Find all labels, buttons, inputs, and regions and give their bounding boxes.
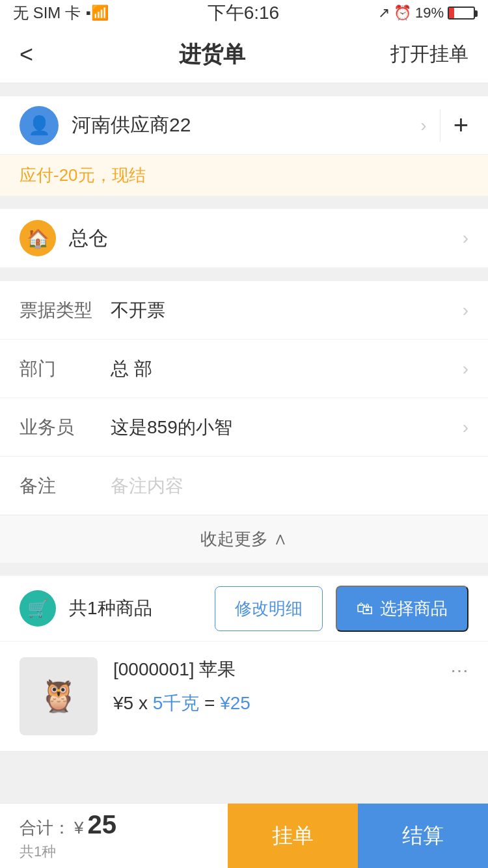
product-title: 苹果 [199,659,236,679]
select-product-button[interactable]: 🛍 选择商品 [336,586,468,632]
more-button[interactable]: ⋯ [450,657,468,735]
section-gap-4 [0,563,488,576]
supplier-chevron-icon: › [420,115,426,136]
alarm-icon: ⏰ [394,5,411,21]
unit-price: ¥5 x [113,693,153,713]
product-name: [0000001] 苹果 [113,657,435,682]
status-bar: 无 SIM 卡 ▪📶 下午6:16 ↗ ⏰ 19% [0,0,488,26]
product-code: [0000001] [113,659,199,679]
bottom-bar: 合计： ¥ 25 共1种 挂单 结算 [0,803,488,868]
total-amount: 25 [87,810,116,839]
supplier-name: 河南供应商22 [72,112,420,139]
open-hang-button[interactable]: 打开挂单 [390,41,468,68]
avatar-icon: 👤 [28,115,51,136]
add-supplier-button[interactable]: + [454,111,468,140]
product-price: ¥5 x 5千克 = ¥25 [113,691,435,716]
edit-detail-button[interactable]: 修改明细 [215,586,323,631]
divider [440,109,441,142]
salesperson-chevron-icon: › [463,417,468,438]
select-product-label: 选择商品 [380,597,448,620]
nav-bar: < 进货单 打开挂单 [0,26,488,83]
product-thumbnail: 🦉 [20,657,98,735]
checkout-button[interactable]: 结算 [358,804,488,869]
summary-total: 合计： ¥ 25 [20,810,208,839]
product-header: 🛒 共1种商品 修改明细 🛍 选择商品 [0,576,488,641]
remarks-row[interactable]: 备注 备注内容 [0,456,488,515]
equals-sign: = [199,693,220,713]
warehouse-chevron-icon: › [463,228,468,249]
product-count: 共1种商品 [69,596,202,621]
warehouse-icon: 🏠 [20,220,56,256]
product-placeholder-icon: 🦉 [39,678,78,714]
total-value: ¥25 [220,693,251,713]
invoice-value: 不开票 [98,298,463,323]
section-gap-1 [0,83,488,96]
back-button[interactable]: < [20,41,33,68]
collapse-toggle[interactable]: 收起更多 ∧ [0,515,488,563]
warehouse-row[interactable]: 🏠 总仓 › [0,209,488,267]
invoice-label: 票据类型 [20,298,98,323]
product-info: [0000001] 苹果 ¥5 x 5千克 = ¥25 [113,657,435,735]
summary-sub: 共1种 [20,842,208,861]
department-label: 部门 [20,357,98,381]
invoice-row[interactable]: 票据类型 不开票 › [0,280,488,339]
form-card: 票据类型 不开票 › 部门 总 部 › 业务员 这是859的小智 › 备注 备注… [0,280,488,563]
department-chevron-icon: › [463,359,468,379]
battery-icon [448,7,475,20]
carrier-label: 无 SIM 卡 [13,3,81,23]
remarks-placeholder: 备注内容 [98,474,468,498]
section-gap-3 [0,267,488,280]
department-value: 总 部 [98,357,463,381]
wifi-icon: ▪📶 [86,5,109,21]
notice-banner: 应付-20元，现结 [0,155,488,196]
salesperson-row[interactable]: 业务员 这是859的小智 › [0,398,488,456]
time-label: 下午6:16 [208,1,280,25]
currency-symbol: ¥ [74,818,83,838]
page-title: 进货单 [179,40,245,70]
status-left: 无 SIM 卡 ▪📶 [13,3,109,23]
home-icon: 🏠 [27,228,49,249]
location-icon: ↗ [378,5,390,21]
department-row[interactable]: 部门 总 部 › [0,339,488,398]
salesperson-label: 业务员 [20,415,98,440]
warehouse-card: 🏠 总仓 › [0,209,488,267]
invoice-chevron-icon: › [463,300,468,321]
total-label: 合计： [20,817,70,839]
battery-percent: 19% [415,5,444,21]
salesperson-value: 这是859的小智 [98,415,463,440]
select-product-icon: 🛍 [357,599,373,619]
supplier-avatar: 👤 [20,106,59,145]
warehouse-name: 总仓 [69,225,463,252]
summary-info: 合计： ¥ 25 共1种 [0,810,228,861]
qty-value: 5千克 [153,693,200,713]
supplier-card: 👤 河南供应商22 › + 应付-20元，现结 [0,96,488,196]
remarks-label: 备注 [20,474,98,498]
collapse-label: 收起更多 ∧ [200,528,287,550]
section-gap-2 [0,196,488,209]
hang-button[interactable]: 挂单 [228,804,358,869]
product-item: 🦉 [0000001] 苹果 ¥5 x 5千克 = ¥25 ⋯ [0,641,488,751]
cart-icon: 🛒 [27,599,48,619]
status-right: ↗ ⏰ 19% [378,5,475,21]
product-icon: 🛒 [20,590,56,627]
supplier-row[interactable]: 👤 河南供应商22 › + [0,96,488,155]
